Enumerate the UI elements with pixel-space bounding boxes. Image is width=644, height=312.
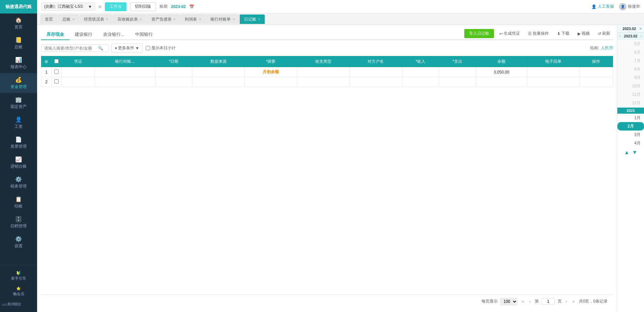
sidebar-unpin[interactable]: ◁◁ 取消固定 — [0, 299, 37, 309]
month-8[interactable]: 8月 — [617, 65, 644, 74]
col-settings[interactable]: ⚙ — [41, 56, 52, 67]
sidebar-item-payroll[interactable]: 👤 工资 — [0, 113, 37, 133]
row-balance-2 — [476, 77, 527, 87]
service-icon: 👤 — [591, 4, 596, 9]
subtab-construction-label: 建设银行 — [75, 32, 92, 37]
month-2023-1[interactable]: 1月 — [617, 114, 644, 122]
tab-business[interactable]: 经营状况表 × — [80, 15, 113, 24]
sidebar-item-invoice[interactable]: 📄 发票管理 — [0, 133, 37, 153]
sidebar-item-settings[interactable]: ⚙️ 设置 — [0, 232, 37, 252]
month-5[interactable]: 5月 — [617, 40, 644, 48]
month-7[interactable]: 7月 — [617, 57, 644, 65]
first-page-btn[interactable]: « — [520, 299, 525, 305]
tab-profit-close[interactable]: × — [199, 18, 201, 21]
sidebar-item-ledger[interactable]: 📒 总账 — [0, 33, 37, 53]
tab-profit[interactable]: 利润表 × — [180, 15, 205, 24]
import-journal-button[interactable]: 导入日记账 — [464, 29, 494, 38]
tab-bank[interactable]: 银行对账单 × — [206, 15, 239, 24]
tab-ledger-close[interactable]: × — [72, 18, 75, 21]
row-checkbox-2[interactable] — [52, 77, 62, 87]
month-11[interactable]: 11月 — [617, 90, 644, 99]
dropdown-icon: ▼ — [88, 4, 92, 9]
calendar-icon[interactable]: 📅 — [189, 4, 194, 9]
panel-down-arrow[interactable]: ▼ — [632, 149, 638, 155]
sidebar-item-archive[interactable]: 🗄️ 归档管理 — [0, 212, 37, 232]
next-year-arrow[interactable]: › — [641, 34, 642, 38]
row-type-1 — [297, 67, 350, 77]
tab-journal-close[interactable]: × — [258, 18, 260, 21]
sidebar-item-guide[interactable]: 🔰 新手引导 — [0, 268, 37, 284]
home-icon: 🏠 — [15, 17, 22, 23]
subtotal-checkbox[interactable] — [146, 46, 150, 50]
month-2023-4[interactable]: 4月 — [617, 139, 644, 147]
download-icon: ⬇ — [557, 31, 560, 36]
subtab-construction[interactable]: 建设银行 — [69, 29, 98, 40]
tab-assets-close[interactable]: × — [174, 18, 176, 21]
period-value[interactable]: 2023-02 — [171, 4, 186, 9]
subtab-china[interactable]: 中国银行 — [130, 29, 158, 40]
next-page-btn[interactable]: › — [564, 299, 568, 305]
prev-page-btn[interactable]: ‹ — [528, 299, 532, 305]
tab-home[interactable]: 首页 — [40, 15, 57, 24]
search-input[interactable] — [44, 46, 98, 51]
subtab-cash[interactable]: 库存现金 — [41, 29, 69, 40]
sidebar-item-close[interactable]: 📋 结账 — [0, 193, 37, 212]
prev-year-arrow[interactable]: ‹ — [619, 34, 621, 38]
page-size-select[interactable]: 100 50 200 — [500, 298, 518, 305]
search-box[interactable]: 🔍 — [41, 45, 109, 52]
download-button[interactable]: ⬇ 下载 — [554, 29, 572, 38]
tab-journal[interactable]: 日记账 × — [240, 15, 265, 24]
avatar-icon: 👤 — [621, 5, 625, 8]
batch-op-button[interactable]: ☰ 批量操作 — [525, 29, 552, 38]
workspace-button[interactable]: 工作台 — [105, 2, 126, 11]
select-all-checkbox[interactable] — [54, 59, 59, 63]
sidebar-item-asset[interactable]: 🏢 固定资产 — [0, 93, 37, 113]
prev-year-months: 5月 6月 7月 8月 9月 10月 — [617, 40, 644, 108]
col-checkbox[interactable] — [52, 56, 62, 67]
month-12[interactable]: 12月 — [617, 99, 644, 107]
archive-icon: 🗄️ — [15, 216, 22, 222]
search-icon[interactable]: 🔍 — [98, 46, 103, 51]
search-toolbar: 🔍 ▾ 更多条件 ▼ 显示本日小计 拓称: 人民币 — [41, 44, 613, 53]
row-checkbox-1[interactable] — [52, 67, 62, 77]
subtotal-checkbox-label[interactable]: 显示本日小计 — [146, 45, 176, 51]
generate-voucher-button[interactable]: ↩ 生成凭证 — [497, 29, 523, 38]
tab-ledger[interactable]: 总账 × — [58, 15, 79, 24]
sidebar-item-fund[interactable]: 💰 资金管理 — [0, 73, 37, 93]
month-10[interactable]: 10月 — [617, 82, 644, 90]
video-button[interactable]: ▶ 视频 — [575, 29, 592, 38]
panel-up-arrow[interactable]: ▲ — [624, 149, 630, 155]
sidebar-item-report[interactable]: 📊 报表中心 — [0, 53, 37, 73]
panel-nav-bottom: ▲ ▼ — [617, 147, 644, 158]
filter-button[interactable]: ▾ 更多条件 ▼ — [111, 44, 143, 53]
currency-value[interactable]: 人民币 — [601, 45, 613, 51]
customer-service[interactable]: 👤 人工客服 — [591, 4, 614, 9]
tab-bank-close[interactable]: × — [233, 18, 235, 21]
month-2023-2[interactable]: 2月 — [617, 122, 644, 131]
user-info[interactable]: 👤 徐漫华 — [619, 3, 640, 10]
sidebar-item-home[interactable]: 🏠 首页 — [0, 13, 37, 33]
col-action: 操作 — [580, 56, 613, 67]
filter-icon: ▾ — [115, 46, 117, 51]
copy-icon[interactable]: ⧉ — [98, 4, 101, 9]
subtab-agriculture[interactable]: 农业银行... — [98, 29, 130, 40]
sidebar-item-sales[interactable]: 📈 进销台账 — [0, 153, 37, 173]
month-6[interactable]: 6月 — [617, 48, 644, 57]
refresh-button[interactable]: ↺ 刷新 — [595, 29, 613, 38]
filter-arrow-icon: ▼ — [135, 46, 139, 51]
last-page-btn[interactable]: » — [571, 299, 576, 305]
tab-business-close[interactable]: × — [106, 18, 108, 21]
month-9[interactable]: 9月 — [617, 74, 644, 82]
page-number-input[interactable] — [541, 298, 555, 305]
sidebar-item-tax[interactable]: ⚙️ 税务管理 — [0, 173, 37, 193]
tab-assets[interactable]: 资产负债表 × — [147, 15, 180, 24]
company-selector[interactable]: (勿删）江西融宝-LSS ▼ — [41, 2, 95, 11]
close-right-panel-btn[interactable]: × — [639, 26, 642, 31]
month-2023-3[interactable]: 3月 — [617, 131, 644, 139]
panel-year-label: 2023.02 — [624, 34, 638, 38]
tab-bar: 首页 总账 × 经营状况表 × 应收账款表 × 资产负债表 × 利润表 × — [37, 13, 644, 25]
sidebar-item-member[interactable]: ⭐ 畅会员 — [0, 284, 37, 299]
old-version-button[interactable]: 切到旧版 — [130, 2, 156, 11]
tab-receivable-close[interactable]: × — [140, 18, 142, 21]
tab-receivable[interactable]: 应收账款表 × — [113, 15, 146, 24]
